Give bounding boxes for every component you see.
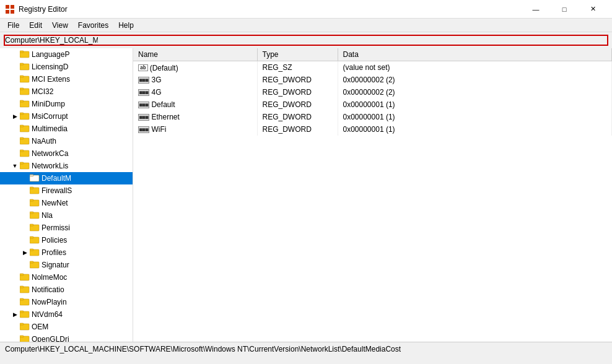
tree-item[interactable]: NowPlayin	[0, 296, 133, 308]
svg-rect-2	[6, 10, 9, 14]
tree-item[interactable]: Notificatio	[0, 284, 133, 296]
folder-icon	[20, 99, 30, 110]
tree-item[interactable]: Signatur	[0, 259, 133, 271]
svg-rect-31	[30, 212, 33, 214]
tree-item[interactable]: LicensingD	[0, 61, 133, 73]
expand-icon[interactable]	[10, 272, 20, 282]
table-row[interactable]: ■■■ WiFiREG_DWORD0x00000001 (1)	[133, 123, 612, 136]
tree-item[interactable]: LanguageP	[0, 48, 133, 61]
expand-icon[interactable]: ▼	[10, 161, 20, 171]
address-input[interactable]	[5, 36, 98, 45]
expand-icon[interactable]: ▶	[10, 310, 20, 319]
cell-data: 0x00000001 (1)	[338, 111, 612, 123]
tree-item-label: NewNet	[42, 199, 68, 207]
folder-icon	[30, 235, 40, 246]
col-data: Data	[338, 48, 612, 61]
expand-icon[interactable]	[10, 297, 20, 307]
tree-item-label: Notificatio	[32, 285, 64, 294]
expand-icon[interactable]	[10, 50, 20, 59]
folder-icon	[20, 161, 30, 171]
expand-icon[interactable]	[10, 322, 20, 332]
expand-icon[interactable]	[10, 124, 20, 134]
tree-item[interactable]: NewNet	[0, 197, 133, 209]
expand-icon[interactable]	[20, 173, 30, 183]
expand-icon[interactable]	[20, 223, 30, 233]
expand-icon[interactable]	[10, 87, 20, 97]
expand-icon[interactable]	[10, 62, 20, 72]
registry-tree: LanguageP LicensingD MCI Extens MCI32 Mi…	[0, 48, 133, 342]
svg-rect-1	[11, 5, 14, 9]
svg-rect-3	[11, 10, 14, 14]
tree-item[interactable]: OEM	[0, 321, 133, 333]
expand-icon[interactable]	[10, 99, 20, 109]
folder-icon	[20, 87, 30, 97]
menu-file[interactable]: File	[2, 20, 24, 31]
tree-item[interactable]: Multimedia	[0, 123, 133, 135]
tree-item[interactable]: NolmeMoc	[0, 271, 133, 284]
tree-item[interactable]: NaAuth	[0, 135, 133, 147]
tree-item[interactable]: Nla	[0, 209, 133, 222]
menu-edit[interactable]: Edit	[24, 20, 47, 31]
expand-icon[interactable]	[20, 260, 30, 270]
expand-icon[interactable]	[20, 186, 30, 196]
menu-view[interactable]: View	[47, 20, 73, 31]
cell-name: ■■■ Ethernet	[133, 111, 257, 123]
tree-item[interactable]: MCI32	[0, 85, 133, 98]
table-row[interactable]: ■■■ 4GREG_DWORD0x00000002 (2)	[133, 86, 612, 98]
menu-favorites[interactable]: Favorites	[73, 20, 113, 31]
cell-type: REG_DWORD	[257, 74, 338, 86]
tree-item[interactable]: MiniDump	[0, 98, 133, 110]
table-row[interactable]: ■■■ EthernetREG_DWORD0x00000001 (1)	[133, 111, 612, 123]
tree-item[interactable]: DefaultM	[0, 172, 133, 184]
cell-type: REG_DWORD	[257, 98, 338, 111]
svg-rect-0	[6, 5, 9, 9]
cell-type: REG_DWORD	[257, 123, 338, 136]
close-button[interactable]: ✕	[579, 0, 607, 19]
folder-icon	[30, 210, 40, 221]
expand-icon[interactable]	[10, 136, 20, 146]
tree-item[interactable]: ▶ NtVdm64	[0, 308, 133, 321]
expand-icon[interactable]	[20, 235, 30, 245]
expand-icon[interactable]	[10, 285, 20, 295]
cell-type: REG_DWORD	[257, 111, 338, 123]
tree-item[interactable]: Permissi	[0, 222, 133, 234]
tree-item[interactable]: NetworkCa	[0, 147, 133, 160]
minimize-button[interactable]: —	[522, 0, 550, 19]
cell-name: ■■■ 3G	[133, 74, 257, 86]
tree-item-label: LanguageP	[32, 50, 69, 59]
tree-item-label: Profiles	[42, 248, 66, 257]
window-title: Registry Editor	[19, 5, 522, 14]
expand-icon[interactable]	[20, 198, 30, 208]
tree-item[interactable]: ▶ MsiCorrupt	[0, 110, 133, 123]
expand-icon[interactable]: ▶	[10, 111, 20, 121]
cell-type: REG_DWORD	[257, 86, 338, 98]
svg-rect-41	[20, 274, 24, 275]
table-row[interactable]: ab (Default)REG_SZ(value not set)	[133, 61, 612, 74]
maximize-button[interactable]: □	[550, 0, 579, 19]
window-controls: — □ ✕	[522, 0, 607, 19]
table-row[interactable]: ■■■ 3GREG_DWORD0x00000002 (2)	[133, 74, 612, 86]
address-bar-container	[4, 35, 608, 46]
tree-item-label: NolmeMoc	[32, 273, 67, 282]
expand-icon[interactable]	[20, 210, 30, 220]
folder-icon	[30, 186, 40, 196]
tree-item[interactable]: FirewallS	[0, 184, 133, 197]
registry-table: Name Type Data ab (Default)REG_SZ(value …	[133, 48, 612, 136]
cell-data: 0x00000002 (2)	[338, 86, 612, 98]
menu-help[interactable]: Help	[113, 20, 139, 31]
tree-item-label: NetworkLis	[32, 162, 68, 170]
tree-item[interactable]: OpenGLDri	[0, 333, 133, 342]
expand-icon[interactable]	[10, 334, 20, 342]
tree-item[interactable]: Policies	[0, 234, 133, 246]
tree-item[interactable]: MCI Extens	[0, 73, 133, 85]
reg-dword-icon: ■■■ Default	[138, 100, 175, 108]
expand-icon[interactable]: ▶	[20, 248, 30, 258]
expand-icon[interactable]	[10, 74, 20, 84]
svg-rect-5	[20, 51, 24, 53]
table-row[interactable]: ■■■ DefaultREG_DWORD0x00000001 (1)	[133, 98, 612, 111]
tree-item[interactable]: ▶ Profiles	[0, 246, 133, 259]
tree-item[interactable]: ▼ NetworkLis	[0, 160, 133, 172]
cell-name: ■■■ Default	[133, 98, 257, 111]
expand-icon[interactable]	[10, 149, 20, 158]
tree-item-label: DefaultM	[42, 174, 71, 183]
